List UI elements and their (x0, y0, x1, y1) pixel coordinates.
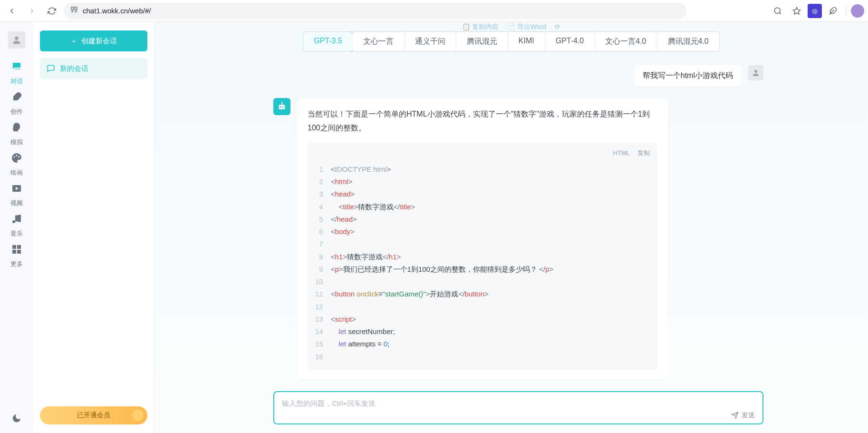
chat-bubble-icon (47, 64, 55, 73)
bookmark-icon[interactable] (789, 3, 805, 19)
model-tab[interactable]: KIMI (508, 32, 545, 51)
send-icon (731, 412, 739, 419)
moon-icon (11, 413, 22, 426)
refresh-action[interactable]: ⟳ (555, 23, 560, 31)
bot-message-row: 当然可以！下面是一个简单的HTML小游戏代码，实现了一个"猜数字"游戏，玩家的任… (273, 98, 763, 379)
svg-point-15 (12, 220, 15, 223)
feather-icon (11, 91, 22, 106)
model-tab[interactable]: GPT-4.0 (545, 32, 595, 51)
code-block: HTML 复制 12345678910111213141516 <!DOCTYP… (308, 143, 657, 370)
svg-point-9 (15, 37, 18, 40)
user-avatar[interactable] (8, 31, 25, 49)
input-box[interactable]: 发送 (273, 391, 763, 424)
main-panel: 📋 复制内容 📄 导出Word ⟳ GPT-3.5文心一言通义千问腾讯混元KIM… (154, 22, 868, 433)
send-label: 发送 (742, 411, 755, 420)
chat-area: 帮我写一个html小游戏代码 当然可以！下面是一个简单的HTML小游戏代码，实现… (154, 52, 868, 385)
sidebar-item-music[interactable]: 音乐 (10, 210, 23, 241)
svg-marker-8 (793, 7, 800, 14)
svg-rect-19 (12, 250, 16, 254)
browser-toolbar: chat1.wokk.cn/web/#/ ◎ (0, 0, 868, 22)
forward-button[interactable] (24, 3, 40, 19)
sidebar-item-head[interactable]: 模拟 (10, 119, 23, 149)
input-area: 发送 (273, 391, 763, 424)
svg-rect-17 (12, 245, 16, 249)
svg-line-7 (779, 12, 781, 14)
sidebar-item-grid[interactable]: 更多 (10, 241, 23, 271)
copy-action[interactable]: 📋 复制内容 (462, 23, 499, 31)
sidebar-item-chat[interactable]: 对话 (10, 58, 23, 89)
message-input[interactable] (282, 398, 755, 408)
model-tab[interactable]: 腾讯混元4.0 (657, 32, 719, 51)
session-label: 新的会话 (60, 64, 88, 73)
grid-icon (11, 244, 22, 258)
extensions-icon[interactable] (825, 3, 841, 19)
svg-rect-22 (279, 105, 285, 109)
divider (846, 6, 846, 16)
model-tabs: GPT-3.5文心一言通义千问腾讯混元KIMIGPT-4.0文心一言4.0腾讯混… (303, 31, 720, 52)
svg-point-6 (774, 8, 780, 13)
svg-point-21 (754, 70, 757, 73)
svg-rect-0 (71, 7, 74, 10)
session-item[interactable]: 新的会话 (40, 58, 147, 79)
plus-icon: ＋ (70, 37, 77, 46)
svg-rect-20 (17, 250, 21, 254)
theme-toggle[interactable] (0, 410, 33, 433)
user-message-bubble: 帮我写一个html小游戏代码 (634, 65, 742, 87)
sessions-panel: ＋ 创建新会话 新的会话 已开通会员 (33, 22, 154, 433)
model-tab[interactable]: 文心一言4.0 (595, 32, 657, 51)
code-copy-button[interactable]: 复制 (637, 148, 650, 158)
vip-banner[interactable]: 已开通会员 (40, 406, 147, 424)
export-action[interactable]: 📄 导出Word (507, 23, 546, 31)
new-session-button[interactable]: ＋ 创建新会话 (40, 30, 147, 51)
sidebar-item-palette[interactable]: 绘画 (10, 149, 23, 180)
svg-rect-18 (17, 245, 21, 249)
reload-button[interactable] (44, 3, 60, 19)
send-button[interactable]: 发送 (282, 411, 755, 420)
model-tab[interactable]: 通义千问 (405, 32, 456, 51)
sidebar-item-label: 视频 (10, 199, 23, 207)
model-tab[interactable]: 文心一言 (353, 32, 405, 51)
url-bar[interactable]: chat1.wokk.cn/web/#/ (64, 3, 686, 19)
svg-point-16 (18, 219, 21, 222)
model-tab[interactable]: GPT-3.5 (303, 31, 353, 52)
svg-rect-1 (75, 7, 77, 10)
code-content[interactable]: <!DOCTYPE html><html><head> <title>猜数字游戏… (331, 163, 553, 363)
sidebar-item-video[interactable]: 视频 (10, 180, 23, 210)
bot-avatar (273, 98, 290, 115)
sidebar-item-label: 对话 (10, 77, 23, 86)
bot-message-bubble: 当然可以！下面是一个简单的HTML小游戏代码，实现了一个"猜数字"游戏，玩家的任… (297, 98, 668, 379)
code-lang-label: HTML (613, 148, 630, 158)
user-message-text: 帮我写一个html小游戏代码 (643, 71, 733, 79)
palette-icon (11, 152, 22, 167)
bot-intro-text: 当然可以！下面是一个简单的HTML小游戏代码，实现了一个"猜数字"游戏，玩家的任… (308, 108, 657, 135)
message-actions-peek: 📋 复制内容 📄 导出Word ⟳ (462, 23, 560, 31)
zoom-icon[interactable] (770, 3, 786, 19)
line-numbers: 12345678910111213141516 (308, 163, 331, 363)
user-avatar-small (748, 65, 763, 80)
sidebar-item-label: 模拟 (10, 138, 23, 147)
music-icon (11, 213, 22, 227)
user-message-row: 帮我写一个html小游戏代码 (273, 65, 763, 87)
sidebar-item-label: 更多 (10, 260, 23, 268)
svg-point-10 (14, 157, 15, 158)
video-icon (11, 183, 22, 197)
sidebar-item-label: 音乐 (10, 229, 23, 238)
profile-avatar[interactable] (851, 4, 864, 18)
svg-point-23 (280, 107, 281, 108)
svg-point-11 (16, 155, 18, 157)
url-text: chat1.wokk.cn/web/#/ (83, 7, 151, 15)
model-tab[interactable]: 腾讯混元 (456, 32, 508, 51)
back-button[interactable] (4, 3, 20, 19)
left-sidebar: 对话创作模拟绘画视频音乐更多 (0, 22, 33, 433)
svg-point-12 (19, 157, 20, 158)
svg-point-26 (281, 102, 283, 103)
head-icon (11, 122, 22, 136)
svg-point-24 (282, 107, 284, 108)
vip-label: 已开通会员 (77, 411, 110, 420)
extension-icon-1[interactable]: ◎ (808, 4, 822, 18)
sidebar-item-label: 创作 (10, 108, 23, 116)
sidebar-item-feather[interactable]: 创作 (10, 89, 23, 119)
new-session-label: 创建新会话 (81, 37, 117, 46)
vip-badge-icon (132, 410, 144, 421)
sidebar-item-label: 绘画 (10, 168, 23, 177)
